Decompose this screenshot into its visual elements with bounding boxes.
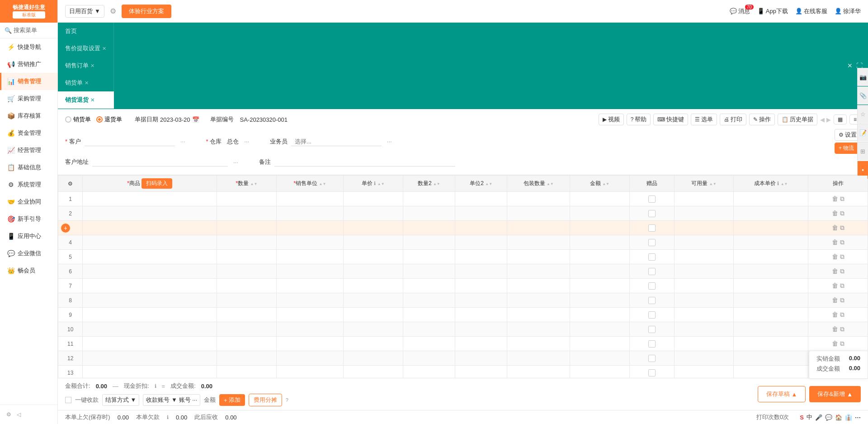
quick-icon-grid[interactable]: ⊞ xyxy=(857,142,868,160)
tab-sales-order[interactable]: 销售订单✕ xyxy=(58,57,114,74)
pkg-sort[interactable]: ▲▼ xyxy=(547,182,554,186)
cost-price-info[interactable]: ℹ xyxy=(777,181,779,186)
quick-icon-photo[interactable]: 📷 xyxy=(857,68,868,86)
staff-dots[interactable]: ··· xyxy=(387,138,392,145)
delete-row-9[interactable]: 🗑 xyxy=(832,311,838,318)
sidebar-item-operations[interactable]: 📈经营管理 xyxy=(0,142,57,159)
tab-sales-delivery[interactable]: 销货单✕ xyxy=(58,74,114,91)
add-row-btn[interactable]: + xyxy=(61,224,70,233)
radio-return[interactable]: 退货单 xyxy=(96,115,122,124)
sidebar-item-changyou[interactable]: 👑畅会员 xyxy=(0,262,57,279)
address-dots[interactable]: ··· xyxy=(233,159,238,166)
warehouse-dots[interactable]: ··· xyxy=(244,138,249,145)
amt-sort[interactable]: ▲▼ xyxy=(602,182,609,186)
delete-row-11[interactable]: 🗑 xyxy=(832,340,838,347)
tab-close-sales-order[interactable]: ✕ xyxy=(90,63,94,69)
tab-close-sales-delivery[interactable]: ✕ xyxy=(85,80,89,86)
fee-split-btn[interactable]: 费用分摊 xyxy=(249,394,282,406)
sidebar-item-app-center[interactable]: 📱应用中心 xyxy=(0,228,57,245)
gift-checkbox-4[interactable] xyxy=(648,239,656,246)
account-select[interactable]: 收款账号 ▼ 账号 ··· xyxy=(143,394,200,406)
delete-row-10[interactable]: 🗑 xyxy=(832,325,838,333)
delete-row-1[interactable]: 🗑 xyxy=(832,195,838,202)
sidebar-item-enterprise-wechat[interactable]: 💬企业微信 xyxy=(0,245,57,262)
radio-sale[interactable]: 销货单 xyxy=(65,115,91,124)
quick-icon-star[interactable]: ☆ xyxy=(857,105,868,123)
unit-price-info[interactable]: ℹ xyxy=(374,181,376,186)
sidebar-item-marketing[interactable]: 📢营销推广 xyxy=(0,56,57,73)
avail-sort[interactable]: ▲▼ xyxy=(709,182,717,186)
sidebar-item-system-mgmt[interactable]: ⚙系统管理 xyxy=(0,176,57,193)
unit2-sort[interactable]: ▲▼ xyxy=(485,182,492,186)
gift-checkbox-11[interactable] xyxy=(648,340,656,348)
copy-row-7[interactable]: ⧉ xyxy=(840,282,844,289)
delete-row-5[interactable]: 🗑 xyxy=(832,253,838,260)
sidebar-item-inventory[interactable]: 📦库存核算 xyxy=(0,107,57,124)
add-payment-btn[interactable]: + 添加 xyxy=(219,394,245,406)
home-icon[interactable]: 🏠 xyxy=(835,414,842,421)
staff-input[interactable] xyxy=(291,137,382,146)
sidebar-item-purchase-mgmt[interactable]: 🛒采购管理 xyxy=(0,90,57,107)
delete-row-4[interactable]: 🗑 xyxy=(832,238,838,246)
copy-row-1[interactable]: ⧉ xyxy=(840,195,844,202)
settle-method-select[interactable]: 结算方式 ▼ xyxy=(102,394,139,406)
customer-input[interactable] xyxy=(85,137,175,146)
discount-info[interactable]: ℹ xyxy=(155,383,156,389)
qty2-sort[interactable]: ▲▼ xyxy=(433,182,440,186)
sidebar-item-new-guide[interactable]: 🎯新手引导 xyxy=(0,210,57,228)
select-order-btn[interactable]: ☰ 选单 xyxy=(691,114,717,125)
chat-icon[interactable]: 💬 xyxy=(825,414,832,421)
product-input-3[interactable] xyxy=(85,224,214,231)
gift-checkbox-6[interactable] xyxy=(648,268,656,275)
gift-checkbox-7[interactable] xyxy=(648,282,656,290)
grid-view-btn[interactable]: ▦ xyxy=(834,114,847,124)
gift-checkbox-12[interactable] xyxy=(648,355,656,362)
tab-price-extract[interactable]: 售价提取设置✕ xyxy=(58,40,114,57)
settings-btn[interactable]: ⚙ xyxy=(5,410,13,419)
experience-btn[interactable]: 体验行业方案 xyxy=(122,5,171,18)
gift-checkbox-8[interactable] xyxy=(648,297,656,304)
sidebar-item-quick-nav[interactable]: ⚡快捷导航 xyxy=(0,38,57,56)
address-input[interactable] xyxy=(92,157,228,167)
th-settings[interactable]: ⚙ xyxy=(58,176,83,192)
scan-btn[interactable]: 扫码录入 xyxy=(142,178,172,189)
copy-row-8[interactable]: ⧉ xyxy=(840,296,844,304)
price-sort[interactable]: ▲▼ xyxy=(377,182,385,186)
copy-row-3[interactable]: ⧉ xyxy=(840,224,844,231)
app-download-btn[interactable]: 📱 App下载 xyxy=(757,7,788,15)
s-icon[interactable]: S xyxy=(800,414,804,421)
quick-icon-attachment[interactable]: 📎 xyxy=(857,86,868,105)
person-icon[interactable]: 👔 xyxy=(845,414,852,421)
video-btn[interactable]: ▶ 视频 xyxy=(599,114,624,125)
delete-row-7[interactable]: 🗑 xyxy=(832,282,838,289)
gift-checkbox-13[interactable] xyxy=(648,369,656,376)
close-window-icon[interactable]: ✕ xyxy=(847,62,853,69)
quick-icon-note[interactable]: 📝 xyxy=(857,124,868,142)
gift-checkbox-9[interactable] xyxy=(648,311,656,319)
delete-row-6[interactable]: 🗑 xyxy=(832,267,838,275)
delete-row-2[interactable]: 🗑 xyxy=(832,210,838,217)
save-new-btn[interactable]: 保存&新增 ▲ xyxy=(809,386,861,402)
delete-row-8[interactable]: 🗑 xyxy=(832,296,838,304)
gift-checkbox-5[interactable] xyxy=(648,253,656,261)
gift-checkbox-1[interactable] xyxy=(648,195,656,203)
payment-checkbox[interactable] xyxy=(65,397,71,403)
remark-input[interactable] xyxy=(274,157,455,167)
history-btn[interactable]: 📋 历史单据 xyxy=(778,114,817,125)
qty-sort[interactable]: ▲▼ xyxy=(250,182,258,186)
more-icon[interactable]: ⋯ xyxy=(855,414,861,421)
customer-dots[interactable]: ··· xyxy=(180,138,185,145)
user-avatar[interactable]: 👤 徐泽华 xyxy=(835,7,861,15)
overdue-info-icon[interactable]: ℹ xyxy=(167,414,169,420)
help-btn[interactable]: ? 帮助 xyxy=(627,114,651,125)
category-select[interactable]: 日用百货 ▼ xyxy=(65,5,104,18)
online-service-btn[interactable]: 👤 在线客服 xyxy=(795,7,827,15)
mic-icon[interactable]: 🎤 xyxy=(815,414,822,421)
zhong-icon[interactable]: 中 xyxy=(807,413,812,421)
copy-row-6[interactable]: ⧉ xyxy=(840,267,844,275)
copy-row-11[interactable]: ⧉ xyxy=(840,340,844,347)
tab-close-sales-return[interactable]: ✕ xyxy=(90,97,94,103)
cost-sort[interactable]: ▲▼ xyxy=(781,182,788,186)
sidebar-item-finance[interactable]: 💰资金管理 xyxy=(0,124,57,142)
delete-row-3[interactable]: 🗑 xyxy=(832,224,838,231)
